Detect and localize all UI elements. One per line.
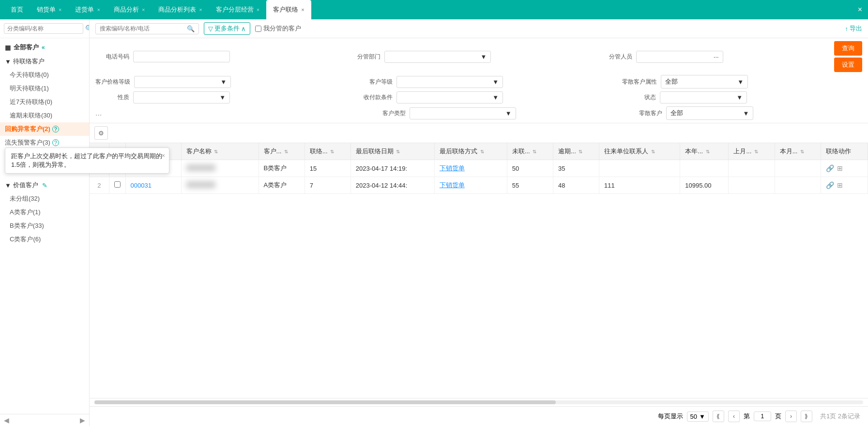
category-sort-icon[interactable]: ⇅: [284, 149, 288, 154]
payment-chevron-icon: ▼: [492, 94, 499, 101]
nav-home[interactable]: 首页: [4, 0, 30, 19]
export-btn[interactable]: ↑ 导出: [845, 24, 863, 33]
th-uncontacted: 未联... ⇅: [507, 143, 553, 160]
row1-link-icon[interactable]: 🔗: [826, 164, 834, 172]
filter-more-btn[interactable]: ▽ 更多条件 ∧: [204, 22, 250, 35]
method-sort-icon[interactable]: ⇅: [480, 149, 484, 154]
retail-attr-group: 零散客户属性 全部 ▼: [622, 75, 862, 88]
row2-index: 2: [90, 177, 109, 194]
sidebar-right-arrow-icon[interactable]: ▶: [80, 416, 85, 424]
window-close-icon[interactable]: ×: [858, 5, 862, 14]
first-page-btn[interactable]: ⟪: [713, 411, 724, 422]
row2-link-icon[interactable]: 🔗: [826, 181, 834, 189]
setting-btn[interactable]: 设置: [834, 58, 862, 72]
sidebar-item-today[interactable]: 今天待联络(0): [0, 68, 89, 82]
sidebar-item-class-a[interactable]: A类客户(1): [0, 206, 89, 219]
payment-select[interactable]: ▼: [396, 91, 503, 103]
table-settings-btn[interactable]: ⚙: [94, 126, 108, 140]
retail-customer-group: 零散客户 全部 ▼: [628, 106, 862, 120]
close-customer-contact-icon[interactable]: ×: [301, 7, 304, 13]
retail-customer-select[interactable]: 全部 ▼: [666, 106, 753, 120]
row2-name: [181, 177, 259, 194]
th-contact: 联络... ⇅: [305, 143, 350, 160]
gender-filter-group: 性质 ▼: [95, 91, 335, 103]
month-sort-icon[interactable]: ⇅: [800, 149, 804, 154]
value-customer-group[interactable]: ▼ 价值客户 ✎: [0, 178, 89, 192]
year-sort-icon[interactable]: ⇅: [706, 149, 710, 154]
waiting-contact-group[interactable]: ▼ 待联络客户: [0, 55, 89, 68]
name-sort-icon[interactable]: ⇅: [214, 149, 218, 154]
prev-page-btn[interactable]: ‹: [728, 411, 740, 422]
price-level-select[interactable]: ▼: [134, 76, 231, 88]
customer-level-select[interactable]: ▼: [396, 76, 503, 88]
nav-product-analysis[interactable]: 商品分析 ×: [107, 0, 152, 19]
my-customers-filter[interactable]: 我分管的客户: [255, 24, 301, 33]
all-customers-title[interactable]: ▦ 全部客户 «: [0, 40, 89, 55]
query-btn[interactable]: 查询: [834, 41, 862, 56]
page-input[interactable]: [754, 411, 771, 421]
sidebar-item-class-b[interactable]: B类客户(33): [0, 219, 89, 233]
sidebar-item-repurchase-abnormal[interactable]: 回购异常客户(2) ?: [0, 122, 89, 136]
sidebar-left-arrow-icon[interactable]: ◀: [4, 416, 9, 424]
next-page-btn[interactable]: ›: [785, 411, 797, 422]
dept-select[interactable]: ▼: [384, 51, 491, 63]
status-select[interactable]: ▼: [660, 91, 747, 103]
close-product-list-icon[interactable]: ×: [199, 7, 202, 13]
table-header-row: 客户编码 ⇅ 客户名称 ⇅ 客户... ⇅ 联络...: [90, 143, 868, 160]
manager-select[interactable]: ···: [636, 51, 723, 63]
status-chevron-icon: ▼: [736, 94, 743, 101]
scrollbar-thumb[interactable]: [94, 400, 556, 404]
adv-filter-row-3: 性质 ▼ 收付款条件 ▼ 状态: [95, 91, 862, 103]
close-customer-tier-icon[interactable]: ×: [257, 7, 259, 13]
filter-actions: 查询 设置: [834, 41, 862, 72]
filter-search-box: 🔍: [95, 23, 199, 34]
row2-more-icon[interactable]: ⊞: [837, 181, 843, 189]
overdue-sort-icon[interactable]: ⇅: [579, 149, 582, 154]
phone-input[interactable]: [133, 51, 230, 62]
retail-attr-select[interactable]: 全部 ▼: [661, 75, 748, 88]
sidebar-item-tomorrow[interactable]: 明天待联络(1): [0, 82, 89, 95]
more-dots-icon[interactable]: ...: [95, 109, 102, 118]
per-page-label: 每页显示: [658, 412, 683, 421]
unit-sort-icon[interactable]: ⇅: [651, 149, 655, 154]
sidebar-search-icon[interactable]: 🔍: [85, 25, 90, 32]
sidebar-item-class-c[interactable]: C类客户(6): [0, 233, 89, 246]
customer-type-chevron-icon: ▼: [505, 110, 512, 117]
sidebar-collapse-icon[interactable]: «: [42, 44, 45, 51]
gender-select[interactable]: ▼: [133, 91, 230, 103]
date-sort-icon[interactable]: ⇅: [396, 149, 400, 154]
my-customers-checkbox[interactable]: [255, 26, 261, 32]
filter-search-input[interactable]: [100, 25, 187, 32]
tooltip-close-icon[interactable]: ×: [161, 152, 165, 159]
row1-contact: 15: [305, 160, 350, 177]
sidebar-search-area: 🔍: [0, 19, 89, 38]
nav-customer-contact[interactable]: 客户联络 ×: [266, 0, 311, 19]
nav-product-analysis-list[interactable]: 商品分析列表 ×: [152, 0, 209, 19]
nav-purchase-order[interactable]: 进货单 ×: [68, 0, 107, 19]
sidebar-search-input[interactable]: [4, 23, 83, 34]
retail-customer-chevron-icon: ▼: [743, 110, 749, 117]
nav-customer-tier[interactable]: 客户分层经营 ×: [209, 0, 266, 19]
nav-sales-order[interactable]: 销货单 ×: [30, 0, 68, 19]
contact-sort-icon[interactable]: ⇅: [330, 149, 334, 154]
filter-search-icon[interactable]: 🔍: [187, 25, 195, 32]
customer-type-select[interactable]: ▼: [410, 107, 516, 119]
uncontacted-sort-icon[interactable]: ⇅: [533, 149, 536, 154]
sidebar: 🔍 ▦ 全部客户 « ▼ 待联络客户 今天待联络(0) 明天待联络(1) 近7天…: [0, 19, 90, 426]
close-product-analysis-icon[interactable]: ×: [142, 7, 145, 13]
sidebar-item-7days[interactable]: 近7天待联络(0): [0, 95, 89, 109]
dept-chevron-icon: ▼: [480, 53, 487, 60]
last-page-btn[interactable]: ⟫: [801, 411, 812, 422]
close-sales-order-icon[interactable]: ×: [59, 7, 61, 13]
row1-overdue: 35: [553, 160, 599, 177]
sidebar-item-overdue[interactable]: 逾期未联络(30): [0, 109, 89, 122]
sidebar-item-unclassified[interactable]: 未分组(32): [0, 192, 89, 206]
row1-more-icon[interactable]: ⊞: [837, 164, 843, 172]
manager-filter-group: 分管人员 ···: [598, 51, 826, 63]
lmonth-sort-icon[interactable]: ⇅: [754, 149, 758, 154]
per-page-select[interactable]: 50 ▼: [687, 411, 709, 422]
manager-more-icon: ···: [714, 53, 719, 60]
value-edit-icon[interactable]: ✎: [42, 182, 47, 189]
close-purchase-icon[interactable]: ×: [97, 7, 100, 13]
row2-select-checkbox[interactable]: [114, 181, 121, 188]
